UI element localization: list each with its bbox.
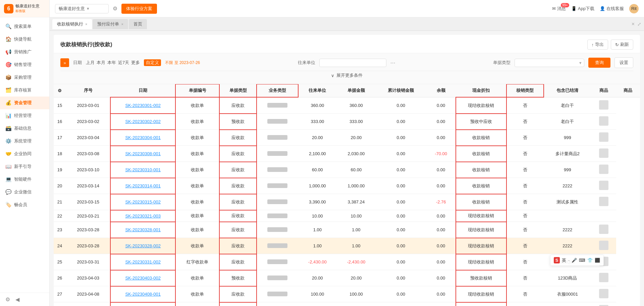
solution-button[interactable]: 体验行业方案 — [121, 4, 157, 14]
cell-voucher-no[interactable]: SK-20230408-001 — [110, 286, 175, 302]
tab-close-prepay[interactable]: × — [121, 22, 123, 26]
user-avatar[interactable]: Rit — [629, 4, 639, 13]
cell-partner: ██████ — [257, 238, 298, 254]
cell-no: 18 — [54, 146, 66, 162]
page-header: 收款核销执行(按收款) ↑ 导出 ↻ 刷新 — [54, 35, 640, 53]
sidebar-item-hardware[interactable]: 💻智能硬件 — [0, 173, 49, 186]
cell-voucher-no[interactable]: SK-20230314-001 — [110, 178, 175, 194]
cell-voucher-no[interactable]: SK-20230308-001 — [110, 146, 175, 162]
sidebar-item-quicknav[interactable]: 🏠快捷导航 — [0, 33, 49, 46]
cell-voucher-no[interactable]: SK-20230331-002 — [110, 254, 175, 270]
collapse-icon[interactable]: ◀ — [15, 296, 19, 303]
watermark-shirt-icon: 👕 — [587, 258, 593, 263]
notification-badge: 99+ — [561, 3, 569, 7]
cell-product-image — [591, 270, 616, 286]
sidebar-item-member[interactable]: 🏷️畅会员 — [0, 198, 49, 211]
watermark-text: 英 — [562, 257, 566, 263]
sidebar-item-purchase[interactable]: 📦采购管理 — [0, 71, 49, 84]
notification-button[interactable]: ✉ 消息 99+ — [552, 6, 566, 12]
sidebar-logo: 6 畅康道好生意 标推版 — [0, 0, 49, 17]
cell-voucher-type: 收款单 — [175, 130, 219, 146]
cell-partner: ██████ — [257, 210, 298, 222]
cell-voucher-no[interactable]: SK-20230321-003 — [110, 210, 175, 222]
date-link-上月[interactable]: 上月 — [86, 60, 95, 66]
sidebar-item-label: 采购管理 — [14, 74, 32, 80]
sidebar-item-wechat[interactable]: 💬企业微信 — [0, 186, 49, 198]
sidebar-item-sales[interactable]: 🎯销售管理 — [0, 58, 49, 71]
more-filters-dots[interactable]: ··· — [390, 59, 395, 66]
cell-voucher-no[interactable]: SK-20230315-002 — [110, 194, 175, 210]
cell-voucher-no[interactable]: SK-20230418-001 — [110, 302, 175, 306]
date-link-本月[interactable]: 本月 — [97, 60, 105, 66]
cell-date: 2023-03-31 — [66, 254, 110, 270]
tab-collection[interactable]: 收款核销执行× — [52, 19, 92, 29]
window-close-icon[interactable]: × — [632, 21, 635, 27]
sidebar-item-system[interactable]: ⚙️系统管理 — [0, 135, 49, 147]
export-button[interactable]: ↑ 导出 — [587, 40, 608, 50]
voucher-type-label: 单据类型 — [493, 60, 511, 66]
date-link-本年[interactable]: 本年 — [107, 60, 116, 66]
tab-home[interactable]: 首页 — [129, 19, 147, 29]
date-custom-link[interactable]: 自定义 — [144, 59, 161, 66]
cell-product-image — [591, 162, 616, 178]
online-support-label: 在线客服 — [606, 6, 624, 12]
sidebar-item-marketing[interactable]: 📢营销推广 — [0, 46, 49, 58]
tab-prepay[interactable]: 预付应付单× — [93, 19, 128, 29]
settings-button[interactable]: 设置 — [614, 57, 633, 68]
app-download-button[interactable]: 📱 App下载 — [571, 6, 594, 12]
partner-input[interactable] — [319, 59, 386, 67]
online-support-button[interactable]: 👤 在线客服 — [600, 6, 624, 12]
cell-cash-discount: 0.00 — [426, 270, 456, 286]
col-header-writeoff_type: 核销类型 — [506, 84, 544, 97]
sidebar-item-enterprise[interactable]: 🤝企业协同 — [0, 147, 49, 160]
date-link-近7天[interactable]: 近7天 — [118, 60, 129, 66]
workspace-selector[interactable]: 畅康道好生意 ▾ — [55, 4, 109, 13]
sidebar-item-finance[interactable]: 💰资金管理 — [0, 97, 49, 109]
cell-voucher-no[interactable]: SK-20230328-001 — [110, 222, 175, 238]
sidebar-item-basic[interactable]: 🗃️基础信息 — [0, 122, 49, 135]
gear-icon[interactable]: ⚙ — [113, 5, 117, 12]
sidebar-item-search[interactable]: 🔍搜索菜单 — [0, 20, 49, 33]
filter-bar: » 日期 上月本月本年近7天更多 自定义 不限 至 2023-07-26 往来单… — [54, 53, 640, 84]
refresh-button[interactable]: ↻ 刷新 — [611, 40, 633, 50]
col-settings[interactable]: ⚙ — [54, 84, 66, 97]
cell-voucher-no[interactable]: SK-20230310-001 — [110, 162, 175, 178]
cell-no: 21 — [54, 194, 66, 210]
expand-more-row[interactable]: ∨ 展开更多条件 — [60, 71, 633, 80]
cell-partner: ██████ — [257, 194, 298, 210]
cell-partner: ██████ — [257, 146, 298, 162]
cell-voucher-type: 收款单 — [175, 194, 219, 210]
cell-voucher-no[interactable]: SK-20230328-002 — [110, 238, 175, 254]
sidebar-item-operations[interactable]: 📊经营管理 — [0, 109, 49, 122]
cell-writeoff-type: 收款核销 — [456, 194, 506, 210]
query-button[interactable]: 查询 — [588, 58, 610, 68]
cell-date: 2023-04-18 — [66, 302, 110, 306]
cell-biz-type: 应收款 — [219, 222, 257, 238]
sidebar-item-inventory[interactable]: 🗂️库存核算 — [0, 84, 49, 97]
window-expand-icon[interactable]: ⤢ — [637, 21, 641, 27]
cell-include-settled: 否 — [506, 162, 544, 178]
cell-writeoff-type: 现结收款核销 — [456, 97, 506, 114]
sidebar-item-guide[interactable]: 📖新手引导 — [0, 160, 49, 173]
date-link-更多[interactable]: 更多 — [131, 60, 140, 66]
cell-voucher-no[interactable]: SK-20230301-002 — [110, 97, 175, 114]
cell-voucher-no[interactable]: SK-20230302-002 — [110, 114, 175, 130]
cell-voucher-no[interactable]: SK-20230403-002 — [110, 270, 175, 286]
table-row: 192023-03-10SK-20230310-001收款单应收款██████6… — [54, 162, 640, 178]
cell-product: 999 — [544, 162, 591, 178]
voucher-type-arrow-icon: ▾ — [579, 60, 582, 65]
sidebar-item-label: 营销推广 — [14, 49, 32, 55]
cell-balance: 0.00 — [376, 238, 426, 254]
cell-amount: 100.00 — [298, 286, 337, 302]
filter-expand-button[interactable]: » — [60, 58, 69, 67]
member-icon: 🏷️ — [5, 202, 11, 208]
tab-close-collection[interactable]: × — [85, 22, 87, 26]
cell-biz-type: 应收款 — [219, 254, 257, 270]
voucher-type-input[interactable] — [515, 59, 584, 67]
cell-date: 2023-03-02 — [66, 114, 110, 130]
sidebar-item-label: 快捷导航 — [14, 36, 32, 42]
cell-no: 24 — [54, 238, 66, 254]
col-header-voucher_no: 单据编号 — [175, 84, 219, 97]
cell-voucher-no[interactable]: SK-20230304-001 — [110, 130, 175, 146]
settings-icon[interactable]: ⚙ — [5, 296, 10, 303]
